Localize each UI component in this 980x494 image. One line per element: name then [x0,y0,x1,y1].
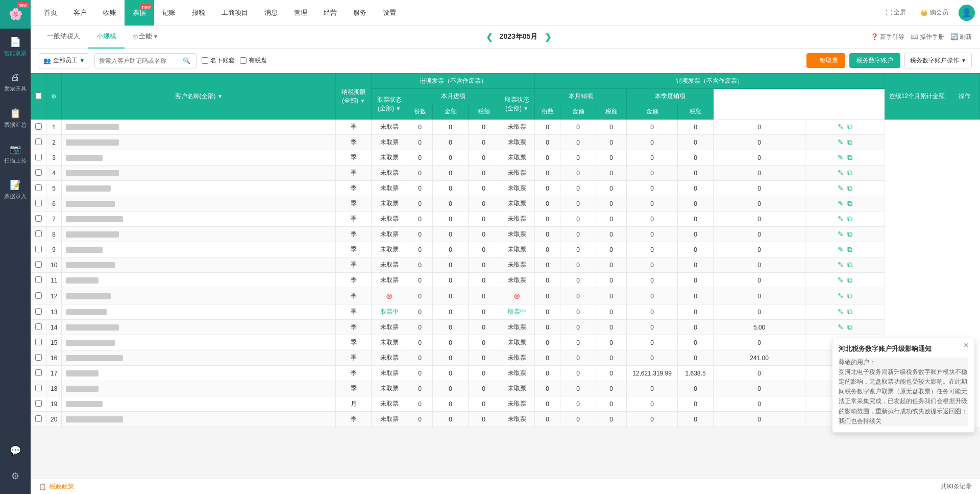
row-checkbox[interactable] [35,339,42,345]
edit-icon[interactable]: ✎ [838,169,844,177]
tax-operate-btn[interactable]: 税务数字账户操作 ▼ [904,53,972,68]
statement-check[interactable] [202,57,208,64]
edit-icon[interactable]: ✎ [838,323,844,331]
sidebar-item-fapiaokaipi[interactable]: 🖨 发票开具 [0,64,31,100]
copy-icon[interactable]: ⧉ [847,245,852,253]
nav-income[interactable]: 收账 [95,0,125,26]
nav-client[interactable]: 客户 [65,0,95,26]
policy-text[interactable]: 税政政策 [50,482,74,491]
tax-disk-check[interactable] [240,57,247,64]
row-ded-amount-cell: 0 [627,150,678,166]
tax-digital-btn[interactable]: 税务数字账户 [849,53,900,68]
nav-message[interactable]: 消息 [256,0,286,26]
edit-icon[interactable]: ✎ [838,123,844,131]
row-checkbox[interactable] [35,385,42,391]
copy-icon[interactable]: ⧉ [847,308,852,316]
row-checkbox[interactable] [35,169,42,176]
one-click-btn[interactable]: 一键取票 [806,53,845,68]
sidebar-item-label: 智能取票 [4,50,27,57]
row-checkbox[interactable] [35,369,42,376]
tax-disk-checkbox[interactable]: 有税盘 [240,56,267,65]
print-icon: 🖨 [11,72,20,83]
manual-btn[interactable]: 📖 操作手册 [911,33,944,41]
edit-icon[interactable]: ✎ [838,138,844,146]
tab-all[interactable]: ♾ 全能 ▼ [125,26,166,49]
book-icon: 📖 [911,33,918,40]
member-btn[interactable]: 👑 购会员 [916,8,952,17]
prev-month-btn[interactable]: ❮ [483,31,496,43]
fullscreen-btn[interactable]: ⛶ 全屏 [881,8,910,17]
row-num-cell: 18 [46,381,62,396]
row-checkbox[interactable] [35,230,42,237]
edit-icon[interactable]: ✎ [838,292,844,300]
tab-general[interactable]: 一般纳税人 [39,26,88,49]
refresh-btn[interactable]: 🔄 刷新 [950,33,972,41]
select-all-checkbox[interactable] [35,92,42,99]
row-input-count-cell: 0 [407,304,433,320]
row-input-status-cell: 未取票 [372,181,407,196]
nav-manage[interactable]: 管理 [286,0,315,26]
nav-settings[interactable]: 设置 [375,0,404,26]
edit-icon[interactable]: ✎ [838,215,844,223]
employee-select[interactable]: 👥 全部员工 ▼ [39,53,89,68]
nav-operation[interactable]: 经营 [315,0,345,26]
copy-icon[interactable]: ⧉ [847,169,852,177]
nav-bizreg[interactable]: 工商项目 [213,0,256,26]
row-checkbox[interactable] [35,154,42,160]
sidebar-bottom-msg[interactable]: 💬 [0,438,31,463]
row-checkbox[interactable] [35,400,42,407]
row-checkbox[interactable] [35,323,42,330]
copy-icon[interactable]: ⧉ [847,184,852,192]
sidebar-item-fapiaohui[interactable]: 📋 票据汇总 [0,100,31,136]
copy-icon[interactable]: ⧉ [847,292,852,300]
sidebar-item-scan[interactable]: 📷 扫描上传 [0,136,31,172]
edit-icon[interactable]: ✎ [838,199,844,207]
row-checkbox[interactable] [35,123,42,130]
copy-icon[interactable]: ⧉ [847,215,852,223]
sidebar-item-piaojilu[interactable]: 📝 票据录入 [0,172,31,207]
row-checkbox[interactable] [35,292,42,299]
tab-small[interactable]: 小规模 [88,26,125,49]
nav-invoice[interactable]: 票据 new [125,0,154,26]
subnav-center: ❮ 2023年05月 ❯ [483,31,554,43]
copy-icon[interactable]: ⧉ [847,261,852,269]
nav-service[interactable]: 服务 [345,0,375,26]
row-checkbox[interactable] [35,138,42,145]
nav-right: ⛶ 全屏 👑 购会员 👤 [881,5,975,21]
statement-checkbox[interactable]: 名下账套 [202,56,235,65]
new-guide-btn[interactable]: ❓ 新手引导 [871,33,904,41]
nav-tax[interactable]: 报税 [184,0,213,26]
row-checkbox[interactable] [35,276,42,283]
row-checkbox[interactable] [35,184,42,191]
search-input[interactable] [99,57,181,64]
nav-accounting[interactable]: 记账 [154,0,184,26]
edit-icon[interactable]: ✎ [838,308,844,316]
row-checkbox[interactable] [35,200,42,206]
next-month-btn[interactable]: ❯ [542,31,554,43]
nav-home[interactable]: 首页 [36,0,65,26]
row-checkbox[interactable] [35,415,42,422]
edit-icon[interactable]: ✎ [838,153,844,161]
row-checkbox[interactable] [35,354,42,361]
edit-icon[interactable]: ✎ [838,245,844,253]
copy-icon[interactable]: ⧉ [847,230,852,238]
row-checkbox[interactable] [35,308,42,315]
edit-icon[interactable]: ✎ [838,230,844,238]
avatar[interactable]: 👤 [959,5,975,21]
row-checkbox[interactable] [35,215,42,222]
notification-close-btn[interactable]: ✕ [963,341,969,349]
edit-icon[interactable]: ✎ [838,276,844,284]
sidebar-item-zhidianpiao[interactable]: 📄 智能取票 [0,29,31,64]
row-checkbox[interactable] [35,246,42,252]
copy-icon[interactable]: ⧉ [847,199,852,207]
edit-icon[interactable]: ✎ [838,184,844,192]
row-checkbox[interactable] [35,261,42,268]
row-cumulative-cell: 0 [714,181,805,196]
copy-icon[interactable]: ⧉ [847,138,852,146]
copy-icon[interactable]: ⧉ [847,123,852,131]
sidebar-bottom-settings[interactable]: ⚙ [0,463,31,489]
copy-icon[interactable]: ⧉ [847,323,852,331]
copy-icon[interactable]: ⧉ [847,153,852,161]
edit-icon[interactable]: ✎ [838,261,844,269]
copy-icon[interactable]: ⧉ [847,276,852,284]
